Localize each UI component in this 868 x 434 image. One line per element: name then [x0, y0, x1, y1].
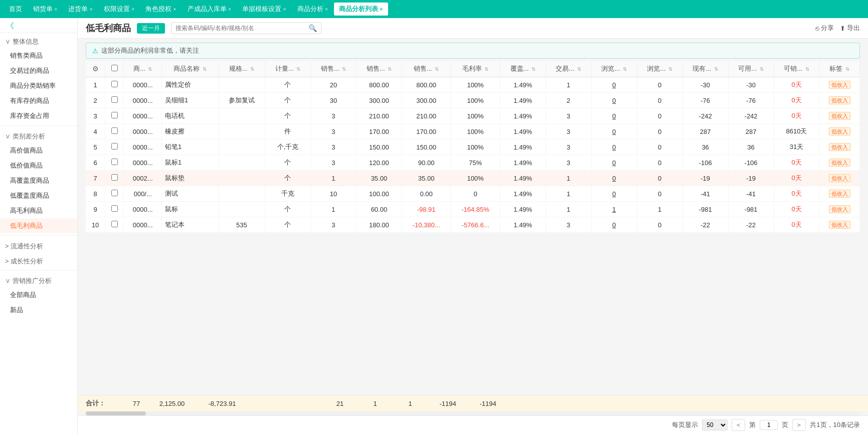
sidebar-group-flow[interactable]: > 流通性分析	[0, 238, 77, 253]
td-checkbox[interactable]	[105, 124, 124, 139]
th-browse2[interactable]: 浏览... ⇅	[637, 61, 682, 77]
td-code: 0000...	[124, 93, 162, 108]
sidebar-item-low-margin[interactable]: 低毛利商品	[0, 218, 77, 233]
th-saleable[interactable]: 可销... ⇅	[774, 61, 819, 77]
nav-role-auth[interactable]: 角色授权 ×	[140, 3, 181, 16]
close-role-auth[interactable]: ×	[173, 6, 176, 12]
th-sales2[interactable]: 销售... ⇅	[356, 61, 402, 77]
search-input[interactable]	[176, 25, 306, 32]
scrollbar-area[interactable]	[86, 411, 860, 415]
td-current: -19	[682, 171, 728, 186]
th-trade[interactable]: 交易... ⇅	[546, 61, 591, 77]
th-current[interactable]: 现有... ⇅	[682, 61, 728, 77]
next-page-btn[interactable]: ＞	[792, 419, 806, 431]
sidebar-group-category[interactable]: ∨ 类别差分析	[0, 128, 77, 143]
filter-tag-btn[interactable]: 近一月	[137, 23, 165, 34]
td-sales1: 3	[310, 108, 356, 124]
close-sales-order[interactable]: ×	[54, 6, 57, 12]
td-unit: 件	[265, 124, 311, 139]
select-all-checkbox[interactable]	[111, 65, 118, 71]
th-cover[interactable]: 覆盖... ⇅	[500, 61, 546, 77]
sidebar-item-traded-goods[interactable]: 交易过的商品	[0, 63, 77, 78]
td-checkbox[interactable]	[105, 217, 124, 233]
sidebar-item-stock-capital[interactable]: 库存资金占用	[0, 108, 77, 123]
td-checkbox[interactable]	[105, 171, 124, 186]
nav-sales-order[interactable]: 销货单 ×	[28, 3, 62, 16]
total-b2: 1	[393, 400, 428, 407]
td-browse1[interactable]: 0	[591, 171, 637, 186]
th-spec[interactable]: 规格... ⇅	[218, 61, 265, 77]
td-checkbox[interactable]	[105, 139, 124, 155]
td-browse1[interactable]: 0	[591, 217, 637, 233]
close-permissions[interactable]: ×	[131, 6, 134, 12]
sidebar-collapse-btn[interactable]: 《	[4, 21, 16, 32]
prev-page-btn[interactable]: ＜	[732, 419, 745, 431]
th-browse1[interactable]: 浏览... ⇅	[591, 61, 637, 77]
sidebar-group-growth[interactable]: > 成长性分析	[0, 253, 77, 268]
close-product-entry[interactable]: ×	[228, 6, 231, 12]
td-browse1[interactable]: 0	[591, 124, 637, 139]
td-avail: -22	[728, 217, 774, 233]
sidebar-item-sales-goods[interactable]: 销售类商品	[0, 48, 77, 63]
sidebar-item-high-coverage[interactable]: 高覆盖度商品	[0, 173, 77, 188]
nav-product-entry[interactable]: 产成品入库单 ×	[183, 3, 236, 16]
td-checkbox[interactable]	[105, 155, 124, 171]
close-template-settings[interactable]: ×	[283, 6, 286, 12]
share-btn[interactable]: ⎋ 分享	[815, 24, 834, 33]
page-number-input[interactable]	[760, 420, 778, 430]
sidebar-item-low-value[interactable]: 低价值商品	[0, 158, 77, 173]
export-btn[interactable]: ⬆ 导出	[840, 24, 860, 33]
th-gross-rate[interactable]: 毛利率 ⇅	[451, 61, 500, 77]
sidebar-item-stocked-goods[interactable]: 有库存的商品	[0, 93, 77, 108]
td-browse1[interactable]: 1	[591, 202, 637, 217]
td-checkbox[interactable]	[105, 108, 124, 124]
td-checkbox[interactable]	[105, 93, 124, 108]
td-checkbox[interactable]	[105, 186, 124, 202]
td-browse1[interactable]: 0	[591, 108, 637, 124]
th-settings[interactable]: ⚙	[86, 61, 105, 77]
nav-purchase-order[interactable]: 进货单 ×	[63, 3, 97, 16]
nav-home[interactable]: 首页	[4, 3, 27, 16]
td-checkbox[interactable]	[105, 77, 124, 93]
td-browse1[interactable]: 0	[591, 186, 637, 202]
nav-template-settings[interactable]: 单据模板设置 ×	[237, 3, 291, 16]
td-avail: -41	[728, 186, 774, 202]
search-icon[interactable]: 🔍	[308, 24, 317, 32]
sidebar-item-new-goods[interactable]: 新品	[0, 303, 77, 318]
sidebar-group-overall[interactable]: ∨ 整体信息	[0, 33, 77, 48]
per-page-select[interactable]: 50 20 100	[702, 419, 728, 430]
sidebar-item-all-goods[interactable]: 全部商品	[0, 287, 77, 303]
th-tag[interactable]: 标签 ⇅	[819, 61, 859, 77]
td-browse2: 0	[637, 93, 682, 108]
td-browse1[interactable]: 0	[591, 139, 637, 155]
scrollbar-thumb[interactable]	[86, 411, 146, 415]
sidebar-item-high-value[interactable]: 高价值商品	[0, 143, 77, 158]
th-sales3[interactable]: 销售... ⇅	[402, 61, 450, 77]
th-name[interactable]: 商品名称 ⇅	[162, 61, 219, 77]
th-code[interactable]: 商... ⇅	[124, 61, 162, 77]
table-container[interactable]: ⚙ 商... ⇅ 商品名称 ⇅ 规格... ⇅ 计量... ⇅ 销售... ⇅ …	[78, 61, 868, 395]
nav-permissions[interactable]: 权限设置 ×	[99, 3, 139, 16]
td-saleable: 8610天	[774, 124, 819, 139]
sidebar-item-category-assist[interactable]: 商品分类助销率	[0, 78, 77, 93]
close-product-analysis[interactable]: ×	[325, 6, 328, 12]
close-purchase-order[interactable]: ×	[89, 6, 92, 12]
nav-product-analysis-list[interactable]: 商品分析列表 ×	[334, 3, 388, 16]
sidebar-item-high-margin[interactable]: 高毛利商品	[0, 203, 77, 218]
td-gross-rate: 100%	[451, 93, 500, 108]
td-checkbox[interactable]	[105, 202, 124, 217]
th-unit[interactable]: 计量... ⇅	[265, 61, 311, 77]
td-browse1[interactable]: 0	[591, 155, 637, 171]
nav-product-analysis[interactable]: 商品分析 ×	[292, 3, 333, 16]
th-sales1[interactable]: 销售... ⇅	[310, 61, 356, 77]
th-avail[interactable]: 可用... ⇅	[728, 61, 774, 77]
close-product-analysis-list[interactable]: ×	[380, 6, 383, 12]
th-checkbox[interactable]	[105, 61, 124, 77]
sidebar-group-marketing[interactable]: ∨ 营销推广分析	[0, 272, 77, 287]
td-browse1[interactable]: 0	[591, 77, 637, 93]
td-cover: 1.49%	[500, 77, 546, 93]
sidebar-item-low-coverage[interactable]: 低覆盖度商品	[0, 188, 77, 203]
td-spec	[218, 124, 265, 139]
td-browse1[interactable]: 0	[591, 93, 637, 108]
td-gross-rate: 0	[451, 186, 500, 202]
